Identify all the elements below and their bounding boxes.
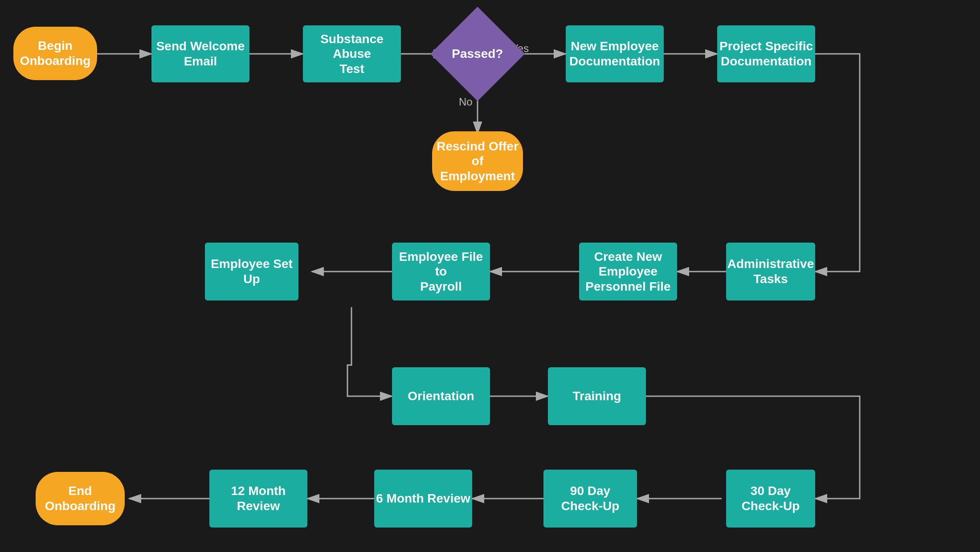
end-onboarding-node: End Onboarding — [36, 472, 125, 525]
begin-onboarding-node: Begin Onboarding — [13, 27, 97, 80]
6-month-review-node: 6 Month Review — [374, 470, 472, 528]
orientation-node: Orientation — [392, 367, 490, 425]
flowchart: Yes No Begin Onboarding Send Welcome Ema… — [0, 0, 980, 552]
passed-diamond-node: Passed? — [430, 7, 525, 101]
project-specific-documentation-node: Project Specific Documentation — [717, 25, 815, 82]
employee-file-to-payroll-node: Employee File to Payroll — [392, 243, 490, 300]
rescind-offer-node: Rescind Offer of Employment — [432, 131, 523, 191]
substance-abuse-test-node: Substance Abuse Test — [303, 25, 401, 82]
90-day-checkup-node: 90 Day Check-Up — [543, 470, 637, 528]
30-day-checkup-node: 30 Day Check-Up — [726, 470, 815, 528]
new-employee-documentation-node: New Employee Documentation — [566, 25, 664, 82]
send-welcome-email-node: Send Welcome Email — [151, 25, 249, 82]
training-node: Training — [548, 367, 646, 425]
employee-set-up-node: Employee Set Up — [205, 243, 298, 300]
no-label: No — [459, 96, 473, 108]
administrative-tasks-node: Administrative Tasks — [726, 243, 815, 300]
12-month-review-node: 12 Month Review — [209, 470, 307, 528]
create-new-employee-node: Create New Employee Personnel File — [579, 243, 677, 300]
